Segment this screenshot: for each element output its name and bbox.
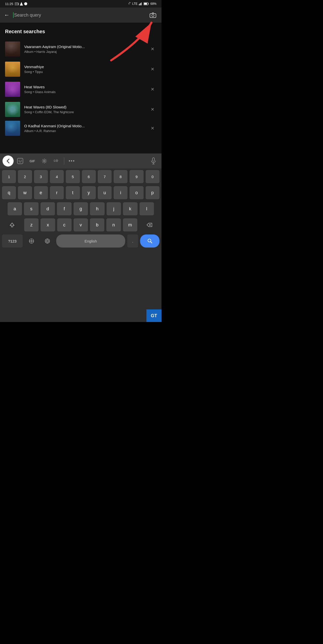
key-h[interactable]: h [90, 202, 104, 215]
svg-rect-10 [144, 3, 147, 5]
microphone-button[interactable] [148, 155, 159, 167]
key-0[interactable]: 0 [146, 170, 159, 183]
item-title-1: Vaaranam Aayiram (Original Motio... [24, 45, 133, 49]
gif-button[interactable]: GIF [27, 155, 38, 167]
status-left: 11:25 [5, 2, 27, 6]
svg-rect-6 [140, 4, 140, 5]
svg-point-4 [128, 4, 129, 4]
key-6[interactable]: 6 [82, 170, 96, 183]
key-u[interactable]: u [98, 186, 112, 199]
search-placeholder: Search query [14, 13, 41, 18]
item-info-5: O Kadhal Kanmani (Original Motio... Albu… [24, 124, 149, 133]
key-9[interactable]: 9 [130, 170, 143, 183]
key-i[interactable]: i [114, 186, 127, 199]
key-q[interactable]: q [2, 186, 16, 199]
svg-point-16 [21, 160, 22, 161]
keyboard-back-button[interactable] [3, 155, 14, 167]
key-j[interactable]: j [107, 202, 121, 215]
key-row-1: q w e r t y u i o p [0, 185, 162, 201]
key-8[interactable]: 8 [114, 170, 127, 183]
thumbnail-1 [5, 42, 20, 57]
svg-point-12 [152, 15, 154, 17]
battery-level: 68% [150, 2, 156, 6]
key-row-3: z x c v b n m [0, 217, 162, 233]
emoji-button[interactable] [15, 155, 26, 167]
toolbar-divider [64, 157, 64, 165]
camera-button[interactable] [148, 11, 157, 20]
thumbnail-4 [5, 102, 20, 117]
item-info-1: Vaaranam Aayiram (Original Motio... Albu… [24, 45, 149, 54]
svg-point-15 [19, 160, 20, 161]
remove-item-3[interactable]: ✕ [149, 85, 156, 94]
key-row-2: a s d f g h j k l [0, 201, 162, 217]
backspace-key[interactable] [139, 218, 159, 231]
svg-point-23 [45, 239, 50, 243]
svg-rect-11 [150, 14, 156, 18]
emoji-key[interactable] [25, 234, 39, 248]
key-4[interactable]: 4 [50, 170, 64, 183]
remove-item-1[interactable]: ✕ [149, 44, 156, 54]
remove-item-4[interactable]: ✕ [149, 105, 156, 114]
item-title-2: Venmathiye [24, 65, 133, 69]
search-item-4[interactable]: Heat Waves (8D Slowed) Song • Coffin EDM… [5, 99, 156, 119]
item-info-4: Heat Waves (8D Slowed) Song • Coffin EDM… [24, 105, 149, 114]
svg-point-17 [44, 160, 45, 162]
network-type: LTE [132, 2, 138, 6]
key-y[interactable]: y [82, 186, 96, 199]
period-key[interactable]: . [127, 234, 138, 248]
key-w[interactable]: w [18, 186, 32, 199]
settings-button[interactable] [39, 155, 50, 167]
key-l[interactable]: l [140, 202, 154, 215]
item-subtitle-3: Song • Glass Animals [24, 90, 149, 94]
key-s[interactable]: s [24, 202, 38, 215]
key-row-bottom: ?123 English . [0, 233, 162, 249]
globe-key[interactable] [41, 234, 54, 248]
svg-marker-2 [20, 2, 23, 6]
key-x[interactable]: x [41, 218, 55, 231]
remove-item-2[interactable]: ✕ [149, 64, 156, 74]
key-3[interactable]: 3 [34, 170, 48, 183]
back-button[interactable]: ← [4, 12, 10, 18]
key-k[interactable]: k [123, 202, 137, 215]
search-item-1[interactable]: Vaaranam Aayiram (Original Motio... Albu… [5, 39, 156, 59]
key-7[interactable]: 7 [98, 170, 112, 183]
key-n[interactable]: n [106, 218, 121, 231]
key-p[interactable]: p [146, 186, 159, 199]
translate-button[interactable]: G [51, 155, 62, 167]
key-o[interactable]: o [130, 186, 143, 199]
search-key[interactable] [140, 234, 159, 248]
key-d[interactable]: d [41, 202, 55, 215]
svg-line-25 [150, 242, 152, 243]
key-z[interactable]: z [24, 218, 39, 231]
key-m[interactable]: m [123, 218, 137, 231]
thumbnail-5 [5, 121, 20, 136]
item-subtitle-5: Album • A.R. Rahman [24, 129, 149, 133]
key-v[interactable]: v [74, 218, 88, 231]
shift-key[interactable] [2, 218, 22, 231]
search-item-3[interactable]: Heat Waves Song • Glass Animals ✕ [5, 79, 156, 99]
space-key[interactable]: English [56, 234, 125, 248]
key-b[interactable]: b [90, 218, 104, 231]
key-5[interactable]: 5 [66, 170, 80, 183]
key-t[interactable]: t [66, 186, 80, 199]
item-title-5: O Kadhal Kanmani (Original Motio... [24, 124, 133, 128]
search-item-2[interactable]: Venmathiye Song • Tippu ✕ [5, 59, 156, 79]
numbers-switch-key[interactable]: ?123 [2, 234, 23, 248]
svg-rect-5 [139, 4, 139, 5]
more-button[interactable]: ••• [66, 155, 77, 167]
time: 11:25 [5, 2, 13, 6]
key-r[interactable]: r [50, 186, 64, 199]
key-e[interactable]: e [34, 186, 48, 199]
search-input[interactable]: Search query [13, 12, 145, 18]
key-f[interactable]: f [57, 202, 71, 215]
key-c[interactable]: c [57, 218, 72, 231]
key-g[interactable]: g [74, 202, 88, 215]
remove-item-5[interactable]: ✕ [149, 124, 156, 133]
key-a[interactable]: a [8, 202, 22, 215]
key-2[interactable]: 2 [18, 170, 32, 183]
search-item-5[interactable]: O Kadhal Kanmani (Original Motio... Albu… [5, 119, 156, 137]
item-title-3: Heat Waves [24, 85, 133, 89]
item-subtitle-1: Album • Harris Jayaraj [24, 50, 149, 54]
svg-point-3 [24, 2, 27, 5]
key-1[interactable]: 1 [2, 170, 16, 183]
